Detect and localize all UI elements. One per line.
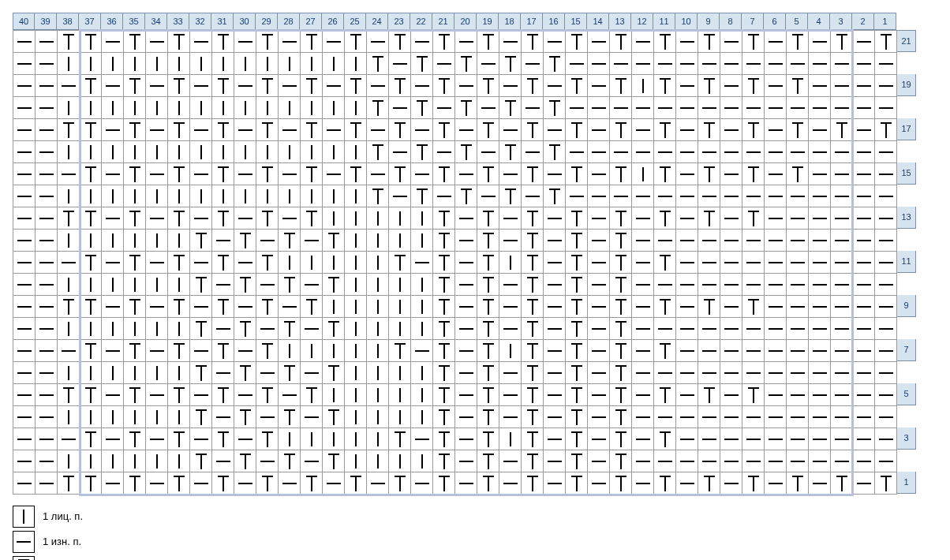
chart-cell: [499, 362, 522, 384]
chart-cell: [787, 274, 809, 296]
chart-cell: [367, 340, 389, 362]
row-label-cell: 3: [897, 427, 916, 450]
chart-cell: [477, 119, 499, 141]
chart-cell: [875, 252, 897, 274]
chart-cell: [676, 362, 698, 384]
chart-row: [13, 252, 897, 274]
chart-cell: [190, 252, 212, 274]
chart-cell: [58, 384, 80, 406]
chart-cell: [720, 318, 742, 340]
chart-cell: [36, 340, 58, 362]
chart-cell: [389, 141, 411, 163]
chart-cell: [522, 75, 544, 97]
chart-cell: [323, 141, 345, 163]
chart-cell: [698, 141, 720, 163]
chart-cell: [411, 31, 433, 53]
chart-cell: [742, 53, 765, 75]
chart-cell: [522, 97, 544, 119]
chart-cell: [13, 75, 36, 97]
chart-cell: [433, 340, 455, 362]
chart-cell: [632, 119, 654, 141]
col-header-cell: 33: [167, 13, 189, 30]
chart-cell: [389, 274, 411, 296]
chart-cell: [168, 163, 190, 185]
chart-cell: [720, 53, 742, 75]
col-header-cell: 15: [565, 13, 587, 30]
chart-cell: [124, 141, 146, 163]
chart-cell: [742, 230, 765, 252]
chart-cell: [632, 274, 654, 296]
chart-cell: [765, 296, 787, 318]
chart-cell: [80, 428, 102, 450]
chart-cell: [168, 362, 190, 384]
chart-cell: [102, 75, 124, 97]
chart-cell: [58, 296, 80, 318]
chart-cell: [146, 428, 168, 450]
chart-cell: [301, 406, 323, 428]
chart-cell: [720, 31, 742, 53]
chart-cell: [875, 119, 897, 141]
chart-cell: [654, 384, 676, 406]
chart-cell: [676, 207, 698, 230]
chart-cell: [323, 428, 345, 450]
purl-icon: [13, 531, 35, 553]
chart-cell: [190, 318, 212, 340]
chart-grid: [13, 30, 897, 495]
chart-cell: [499, 207, 522, 230]
chart-cell: [102, 230, 124, 252]
chart-cell: [632, 428, 654, 450]
chart-cell: [345, 252, 367, 274]
chart-cell: [389, 296, 411, 318]
chart-cell: [455, 230, 477, 252]
chart-cell: [477, 97, 499, 119]
chart-cell: [36, 230, 58, 252]
chart-cell: [58, 318, 80, 340]
col-header-cell: 8: [720, 13, 742, 30]
chart-cell: [58, 163, 80, 185]
chart-cell: [124, 362, 146, 384]
chart-row: [13, 428, 897, 450]
row-label-cell: [897, 52, 916, 74]
chart-cell: [831, 119, 853, 141]
chart-cell: [411, 362, 433, 384]
chart-cell: [146, 362, 168, 384]
chart-cell: [765, 428, 787, 450]
chart-cell: [875, 362, 897, 384]
chart-cell: [190, 141, 212, 163]
chart-row: [13, 141, 897, 163]
chart-cell: [455, 141, 477, 163]
chart-cell: [212, 207, 234, 230]
chart-cell: [345, 75, 367, 97]
chart-cell: [124, 119, 146, 141]
chart-cell: [787, 75, 809, 97]
chart-cell: [698, 472, 720, 495]
chart-cell: [809, 230, 831, 252]
knitting-chart: 4039383736353433323130292827262524232221…: [13, 13, 937, 495]
chart-cell: [654, 207, 676, 230]
chart-cell: [301, 450, 323, 472]
chart-cell: [566, 450, 588, 472]
chart-cell: [367, 318, 389, 340]
chart-cell: [36, 97, 58, 119]
chart-cell: [389, 340, 411, 362]
chart-cell: [36, 252, 58, 274]
chart-cell: [124, 252, 146, 274]
chart-cell: [190, 296, 212, 318]
chart-cell: [367, 296, 389, 318]
chart-cell: [765, 472, 787, 495]
chart-cell: [102, 252, 124, 274]
chart-cell: [610, 428, 632, 450]
chart-cell: [301, 428, 323, 450]
chart-cell: [455, 75, 477, 97]
chart-cell: [345, 362, 367, 384]
chart-cell: [698, 340, 720, 362]
chart-cell: [831, 163, 853, 185]
chart-cell: [102, 97, 124, 119]
chart-cell: [345, 428, 367, 450]
chart-cell: [809, 97, 831, 119]
row-label-cell: [897, 450, 916, 472]
chart-cell: [13, 163, 36, 185]
chart-cell: [522, 119, 544, 141]
chart-cell: [588, 362, 610, 384]
legend-knit-label: 1 лиц. п.: [43, 510, 83, 524]
